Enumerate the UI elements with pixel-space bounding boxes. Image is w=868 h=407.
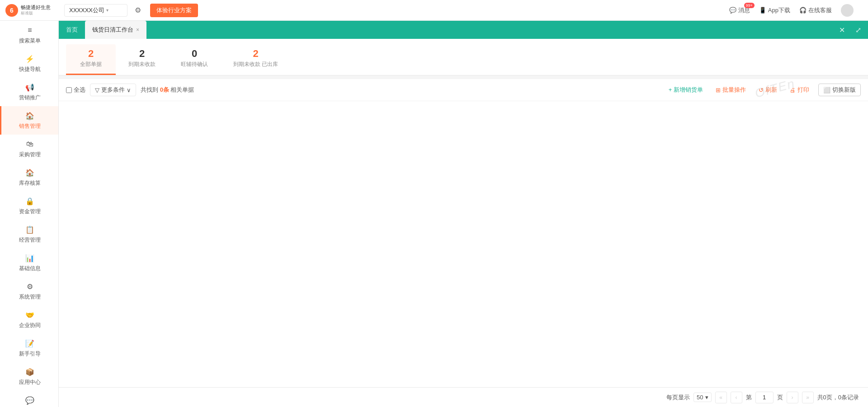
- system-icon: ⚙: [25, 281, 35, 291]
- download-icon: 📱: [759, 7, 766, 14]
- next-page-button[interactable]: ›: [787, 392, 798, 403]
- refresh-button[interactable]: ↺ 刷新: [755, 84, 781, 96]
- found-prefix: 共找到: [141, 86, 158, 93]
- batch-label: 批量操作: [722, 86, 746, 94]
- expand-icon[interactable]: ⤢: [852, 23, 864, 36]
- tab-bar: 首页 钱货日清工作台 × ✕ ⤢: [59, 21, 868, 39]
- stat-tab-all[interactable]: 2 全部单据: [66, 44, 116, 75]
- stat-tab-overdue-warehouse-num: 2: [253, 48, 259, 60]
- select-all-checkbox[interactable]: 全选: [66, 86, 85, 94]
- print-button[interactable]: 🖨 打印: [786, 84, 813, 96]
- sidebar-item-guide[interactable]: 📝 新手引导: [0, 334, 58, 362]
- sidebar-item-enterprise-wechat[interactable]: 💬 企业微信: [0, 391, 58, 407]
- sidebar-item-label: 营销推广: [19, 94, 41, 102]
- stat-tab-overdue-warehouse-label: 到期未收款 已出库: [233, 61, 278, 68]
- select-all-input[interactable]: [66, 87, 72, 93]
- sidebar-item-label: 库存核算: [19, 179, 41, 187]
- app-download-button[interactable]: 📱 App下载: [759, 6, 790, 14]
- page-input[interactable]: [755, 392, 774, 403]
- purchase-icon: 🛍: [25, 139, 35, 149]
- select-all-label: 全选: [74, 86, 85, 94]
- marketing-icon: 📢: [25, 82, 35, 92]
- sidebar-item-finance[interactable]: 🔒 资金管理: [0, 192, 58, 220]
- tab-bar-actions: ✕ ⤢: [835, 23, 868, 36]
- stat-tab-overdue-num: 2: [139, 48, 145, 60]
- sidebar-item-enterprise[interactable]: 🤝 企业协同: [0, 305, 58, 334]
- sidebar-item-label: 资金管理: [19, 208, 41, 215]
- chevron-down-icon: ▾: [106, 8, 108, 13]
- switch-label: 切换新版: [832, 86, 856, 94]
- stat-tab-all-num: 2: [88, 48, 94, 60]
- search-menu-icon: ≡: [25, 25, 35, 35]
- sidebar-item-app-center[interactable]: 📦 应用中心: [0, 362, 58, 391]
- per-page-value: 50: [697, 394, 703, 401]
- filter-label: 更多条件: [101, 86, 125, 94]
- stat-tab-pending-label: 旺辅待确认: [181, 61, 208, 68]
- close-tab-action-icon[interactable]: ✕: [835, 23, 848, 36]
- total-records-label: 共0页，0条记录: [817, 393, 859, 402]
- main-layout: ≡ 搜索菜单 ⚡ 快捷导航 📢 营销推广 🏠 销售管理 🛍 采购管理 🏠 库存核…: [0, 21, 868, 407]
- app-badge: 标准版: [21, 10, 51, 16]
- sidebar-item-quick-nav[interactable]: ⚡ 快捷导航: [0, 49, 58, 78]
- first-page-button[interactable]: «: [715, 392, 727, 403]
- sidebar-item-label: 采购管理: [19, 151, 41, 159]
- stat-tab-all-label: 全部单据: [80, 61, 102, 68]
- avatar[interactable]: [841, 4, 854, 17]
- inventory-icon: 🏠: [25, 168, 35, 178]
- sidebar-item-sales[interactable]: 🏠 销售管理: [0, 106, 58, 135]
- sidebar-item-system[interactable]: ⚙ 系统管理: [0, 277, 58, 305]
- switch-icon: ⬜: [823, 87, 830, 94]
- sidebar: ≡ 搜索菜单 ⚡ 快捷导航 📢 营销推广 🏠 销售管理 🛍 采购管理 🏠 库存核…: [0, 21, 59, 407]
- app-center-icon: 📦: [25, 367, 35, 377]
- tab-workspace-label: 钱货日清工作台: [92, 26, 133, 34]
- message-button[interactable]: 💬 消息 99+: [729, 6, 750, 14]
- tab-workspace[interactable]: 钱货日清工作台 ×: [85, 21, 146, 39]
- switch-version-button[interactable]: ⬜ 切换新版: [818, 84, 861, 96]
- service-icon: 🎧: [799, 7, 807, 14]
- sidebar-item-label: 快捷导航: [19, 65, 41, 73]
- last-page-button[interactable]: »: [802, 392, 814, 403]
- new-sales-order-button[interactable]: + 新增销货单: [665, 84, 707, 96]
- enterprise-icon: 🤝: [25, 310, 35, 320]
- sidebar-item-label: 经营管理: [19, 236, 41, 244]
- sidebar-item-purchase[interactable]: 🛍 采购管理: [0, 135, 58, 163]
- stat-tab-overdue-warehouse[interactable]: 2 到期未收款 已出库: [221, 44, 291, 75]
- sidebar-item-label: 应用中心: [19, 379, 41, 386]
- app-download-label: App下载: [768, 6, 790, 14]
- print-icon: 🖨: [790, 87, 796, 94]
- batch-operation-button[interactable]: ⊞ 批量操作: [712, 84, 750, 96]
- pagination-bar: 每页显示 50 ▾ « ‹ 第 页 › » 共0页，0条记录: [59, 387, 868, 407]
- online-service-button[interactable]: 🎧 在线客服: [799, 6, 832, 14]
- settings-icon[interactable]: ⚙: [131, 4, 145, 17]
- sidebar-item-marketing[interactable]: 📢 营销推广: [0, 78, 58, 106]
- top-header: 6 畅捷通好生意 标准版 XXXXXX公司 ▾ ⚙ 体验行业方案 💬 消息 99…: [0, 0, 868, 21]
- sidebar-item-inventory[interactable]: 🏠 库存核算: [0, 163, 58, 192]
- sidebar-item-label: 基础信息: [19, 265, 41, 272]
- first-page-icon: «: [719, 394, 722, 401]
- stat-tab-overdue-label: 到期未收款: [128, 61, 156, 68]
- logo-area: 6 畅捷通好生意 标准版: [5, 4, 64, 17]
- refresh-label: 刷新: [765, 86, 777, 94]
- try-industry-button[interactable]: 体验行业方案: [150, 4, 198, 17]
- batch-icon: ⊞: [716, 87, 721, 94]
- sidebar-item-label: 系统管理: [19, 293, 41, 301]
- basic-info-icon: 📊: [25, 253, 35, 263]
- filter-icon: ▽: [95, 87, 99, 94]
- stat-tab-pending-num: 0: [192, 48, 197, 60]
- prev-page-button[interactable]: ‹: [731, 392, 742, 403]
- company-selector[interactable]: XXXXXX公司 ▾: [64, 4, 127, 17]
- stat-tab-pending[interactable]: 0 旺辅待确认: [168, 44, 221, 75]
- sidebar-item-basic-info[interactable]: 📊 基础信息: [0, 248, 58, 277]
- tab-home[interactable]: 首页: [59, 21, 85, 39]
- sidebar-item-operations[interactable]: 📋 经营管理: [0, 220, 58, 248]
- message-badge: 99+: [744, 3, 755, 8]
- per-page-chevron-icon: ▾: [705, 394, 708, 401]
- sidebar-item-label: 新手引导: [19, 350, 41, 358]
- filter-button[interactable]: ▽ 更多条件 ∨: [90, 84, 136, 96]
- close-tab-icon[interactable]: ×: [136, 27, 139, 33]
- sidebar-item-search-menu[interactable]: ≡ 搜索菜单: [0, 21, 58, 49]
- toolbar: 全选 ▽ 更多条件 ∨ 共找到 0条 相关单据 + 新增销货单 ⊞ 批量操作 ↺: [59, 79, 868, 101]
- stat-tab-overdue[interactable]: 2 到期未收款: [116, 44, 168, 75]
- per-page-select[interactable]: 50 ▾: [693, 393, 711, 402]
- header-right: 💬 消息 99+ 📱 App下载 🎧 在线客服: [729, 4, 863, 17]
